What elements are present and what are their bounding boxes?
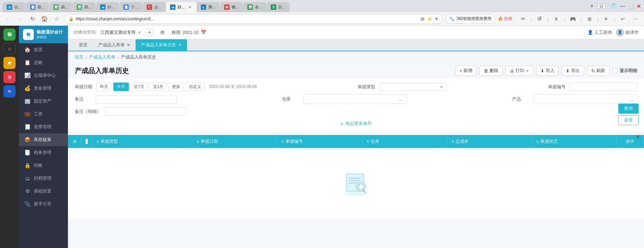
forward-button[interactable]: → (16, 14, 25, 24)
game-icon[interactable]: 🎮 (568, 14, 578, 24)
mail-app-icon[interactable]: ✉ (3, 85, 16, 97)
topbar-add-button[interactable]: + (145, 28, 153, 37)
delete-button[interactable]: 🗑 删除 (479, 66, 503, 76)
sidebar-item-assets[interactable]: 🏢 固定资产 (19, 95, 68, 108)
period-btn-today[interactable]: 今天 (113, 83, 129, 91)
lightning-icon[interactable]: ⚡ (427, 16, 432, 22)
period-btn-1month[interactable]: 近1月 (149, 83, 167, 91)
browser-tab-4[interactable]: 📊 易... (73, 2, 96, 12)
address-chevron[interactable]: ▼ (434, 17, 438, 21)
home-browser-button[interactable]: 🏠 (40, 14, 49, 24)
topbar-settings-button[interactable]: ⚙ (158, 27, 168, 38)
weibo-app-icon[interactable]: 微 (3, 71, 16, 83)
breadcrumb-inbound[interactable]: 产成品入库单 (89, 54, 115, 60)
sidebar-item-payroll[interactable]: 💼 工资 (19, 108, 68, 120)
note-filter-input[interactable] (96, 95, 177, 104)
sidebar-item-settings[interactable]: ⚙ 基础设置 (19, 185, 68, 198)
more-icon[interactable]: ⋯ (630, 14, 641, 24)
period-btn-yesterday[interactable]: 昨天 (96, 83, 112, 91)
page-close-button[interactable]: ✕ (631, 26, 644, 248)
browser-tab-6[interactable]: 📄 个... (119, 2, 142, 12)
bookmark-button[interactable]: ☆ (52, 14, 62, 24)
display-checkbox[interactable] (612, 68, 618, 73)
user-service[interactable]: 👤 人工咨询 (588, 29, 612, 36)
browser-tab-7[interactable]: C 企... (143, 2, 166, 12)
th-type[interactable]: ⇅ 单据类型 (92, 135, 192, 148)
address-input[interactable]: 🔒 https://cloud.chanjet.com/accounting/u… (64, 14, 443, 24)
product-select[interactable]: ... (533, 94, 638, 104)
th-checkbox[interactable] (86, 139, 88, 144)
print-button[interactable]: 🖨 打印 ▼ (505, 66, 533, 76)
tab-inbound[interactable]: 产成品入库单 ✕ (93, 39, 136, 51)
back-button[interactable]: ← (3, 14, 13, 24)
sidebar-item-guide[interactable]: 📎 新手引导 (19, 198, 68, 210)
th-date[interactable]: ⇅ 单据日期 (192, 135, 277, 148)
calendar-icon[interactable]: 📅 (201, 30, 206, 35)
undo-icon[interactable]: ↩ (618, 14, 628, 24)
period-btn-more[interactable]: 更多 (168, 83, 184, 91)
sidebar-item-ledger[interactable]: 📋 总账 (19, 56, 68, 69)
browser-tab-12[interactable]: S 目... (267, 2, 290, 12)
hot-search[interactable]: 🔥 热搜 (498, 16, 512, 22)
th-status[interactable]: ⇅ 单据状态 (532, 135, 617, 148)
browser-tab-9[interactable]: 🐧 腾... (197, 2, 220, 12)
browser-tab-2[interactable]: 📄 新... (26, 2, 49, 12)
minimize-button[interactable]: — (620, 3, 625, 9)
grid-icon[interactable]: ⊞ (421, 16, 425, 22)
scissors-icon[interactable]: ✂ (518, 14, 528, 24)
refresh-page-button[interactable]: ↻ 刷新 (587, 66, 610, 76)
period-btn-custom[interactable]: 自定义 (185, 83, 205, 91)
tab-home[interactable]: 首页 (73, 39, 93, 51)
note-detail-input[interactable] (105, 107, 186, 116)
browser-tab-3[interactable]: 📊 易... (49, 2, 72, 12)
sidebar-item-checkout[interactable]: 🔒 结账 (19, 159, 68, 172)
browser-tab-11[interactable]: 📊 各... (243, 2, 266, 12)
star-app-icon[interactable]: ★ (3, 57, 16, 69)
tab-inbound-history-close[interactable]: ✕ (178, 43, 182, 47)
sidebar-item-invoice[interactable]: 🧾 发票管理 (19, 120, 68, 133)
new-tab-button[interactable]: + (587, 1, 597, 11)
th-number[interactable]: ⇅ 单据编号 (277, 135, 362, 148)
sidebar-item-home[interactable]: 🏠 首页 (19, 43, 68, 56)
close-button[interactable]: ✕ (636, 3, 641, 9)
yuan-icon[interactable]: ¥ (551, 14, 562, 24)
chanjet-icon[interactable]: 畅 (3, 28, 16, 41)
export-button[interactable]: ⬆ 导出 (562, 66, 584, 76)
th-settings[interactable]: ⚙ (68, 135, 81, 148)
grid2-icon[interactable]: ⊞ (585, 14, 595, 24)
number-filter-input[interactable] (570, 83, 637, 91)
warehouse-dots[interactable]: ... (399, 96, 403, 102)
breadcrumb-home[interactable]: 首页 (75, 54, 84, 60)
tab-8-close[interactable]: ✕ (187, 4, 192, 10)
th-cost[interactable]: ⇅ 总成本 (447, 135, 532, 148)
collapse-button[interactable]: ∧ 收起更多条件 (75, 119, 637, 128)
shirt-icon[interactable]: 👕 (610, 3, 617, 9)
sidebar-item-inventory[interactable]: 📦 库存核算 (19, 133, 68, 146)
company-selector[interactable]: 江西服宝测试专用 ▼ (100, 29, 141, 36)
import-button[interactable]: ⬇ 导入 (536, 66, 559, 76)
tab-inbound-history[interactable]: 产成品入库单历史 ✕ (136, 39, 187, 51)
setting-button[interactable]: 设置 (618, 115, 639, 125)
browser-tab-5[interactable]: ☁ 好... (96, 2, 119, 12)
sidebar-item-finance[interactable]: 💰 资金管理 (19, 82, 68, 95)
warehouse-select[interactable]: ... (303, 94, 407, 104)
sidebar-item-tax[interactable]: 📑 税务管理 (19, 146, 68, 159)
tab-inbound-close[interactable]: ✕ (127, 43, 130, 47)
refresh-browser-button[interactable]: ↻ (28, 14, 37, 24)
th-check[interactable] (81, 135, 92, 148)
maximize-button[interactable]: ⬜ (628, 3, 633, 9)
translate-icon[interactable]: 译 (534, 14, 545, 24)
th-warehouse[interactable]: ⇅ 仓库 (362, 135, 447, 148)
sidebar-item-report[interactable]: 📊 云报表中心 (19, 69, 68, 82)
add-button[interactable]: + 新增 (455, 66, 477, 76)
period-btn-7days[interactable]: 近7天 (130, 83, 148, 91)
circle-app-icon[interactable]: ◎ (3, 43, 16, 55)
search-box[interactable]: 🔍 360智能抠图免费用 (446, 14, 495, 24)
browser-tab-1[interactable]: ⊙ 在... (3, 2, 26, 12)
browser-tab-10[interactable]: M 畅... (220, 2, 243, 12)
sidebar-item-archive[interactable]: 🗂 归档管理 (19, 172, 68, 185)
type-select[interactable]: ▼ (379, 83, 447, 91)
browser-tab-8[interactable]: ☁ 好... ✕ (166, 2, 196, 12)
sun-icon[interactable]: ☀ (601, 14, 611, 24)
query-button[interactable]: 查询 (618, 104, 639, 114)
